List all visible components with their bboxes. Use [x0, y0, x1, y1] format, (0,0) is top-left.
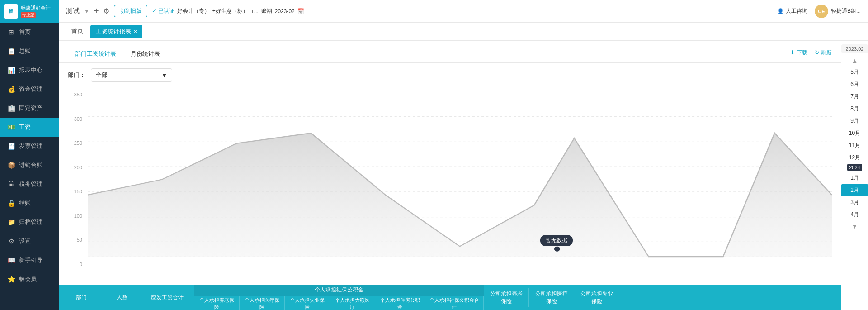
download-btn[interactable]: ⬇ 下载 [790, 49, 807, 57]
table-col-header: 部门 [59, 292, 104, 303]
close-icon: 🔒 [7, 200, 15, 207]
sidebar-item-ledger[interactable]: 📋总账 [0, 42, 59, 61]
switch-old-btn[interactable]: 切到旧版 [114, 5, 147, 17]
date-month-item[interactable]: 1月 [841, 172, 868, 184]
date-month-item[interactable]: 4月 [841, 209, 868, 221]
y-axis-label: 250 [74, 140, 86, 146]
sidebar-label-tax: 税务管理 [19, 180, 42, 188]
sidebar-item-archive[interactable]: 📁归档管理 [0, 213, 59, 232]
date-month-item[interactable]: 7月 [841, 91, 868, 103]
sidebar-label-sales: 进销台账 [19, 161, 42, 169]
table-group-col: 个人承担大额医疗 [330, 296, 375, 310]
svg-point-7 [554, 246, 560, 251]
refresh-btn[interactable]: ↻ 刷新 [815, 49, 832, 57]
table-group-col: 个人承担失业保险 [285, 296, 330, 310]
salary-icon: 💵 [7, 124, 15, 131]
dept-select[interactable]: 全部 ▼ [91, 68, 172, 82]
table-col-header: 应发工资合计 [140, 292, 194, 303]
user-info[interactable]: CE 轻捷通B组... [815, 5, 861, 18]
chart-body: 暂无数据 [88, 92, 832, 267]
table-group-col: 个人承担住房公积金 [375, 296, 425, 310]
chart-area: 350300250200150100500 [59, 87, 841, 285]
date-month-item[interactable]: 8月 [841, 103, 868, 115]
sidebar-item-invoice[interactable]: 🧾发票管理 [0, 137, 59, 156]
tab-close-icon[interactable]: × [134, 29, 137, 35]
tab-home[interactable]: 首页 [66, 24, 89, 40]
tab-salary-report[interactable]: 工资统计报表 × [90, 25, 142, 38]
certified-badge: ✓ 已认证 [152, 7, 174, 15]
sidebar-label-report: 报表中心 [19, 66, 42, 74]
year-badge: 2024 [847, 164, 862, 171]
sidebar-item-guide[interactable]: 📖新手引导 [0, 251, 59, 270]
settings-icon[interactable]: ⚙ [103, 7, 109, 15]
sales-icon: 📦 [7, 162, 15, 169]
download-icon: ⬇ [790, 49, 795, 56]
date-down-btn[interactable]: ▼ [841, 221, 868, 232]
calendar-icon[interactable]: 📅 [297, 8, 304, 14]
header-right: 👤 人工咨询 CE 轻捷通B组... [777, 5, 861, 18]
user-name: 轻捷通B组... [831, 7, 861, 15]
date-month-item[interactable]: 5月 [841, 66, 868, 78]
sidebar-label-fund: 资金管理 [19, 85, 42, 93]
table-header: 部门人数应发工资合计个人承担社保公积金个人承担养老保险个人承担医疗保险个人承担失… [59, 285, 841, 310]
date-month-item[interactable]: 6月 [841, 78, 868, 91]
ledger-icon: 📋 [7, 48, 15, 55]
sidebar-item-tax[interactable]: 🏛税务管理 [0, 175, 59, 194]
sub-tab-dept[interactable]: 部门工资统计表 [68, 46, 123, 62]
sidebar-item-fund[interactable]: 💰资金管理 [0, 80, 59, 99]
period-value: 2023-02 [275, 8, 295, 14]
add-button[interactable]: + [94, 6, 99, 16]
table-group-header: 个人承担社保公积金 [194, 284, 484, 296]
table-col-header: 公司承担医疗保险 [529, 288, 574, 307]
settings-icon: ⚙ [7, 238, 15, 245]
sidebar-item-settings[interactable]: ⚙设置 [0, 232, 59, 251]
sidebar-label-home: 首页 [19, 28, 31, 36]
title-dropdown-icon[interactable]: ▼ [84, 8, 90, 14]
y-axis-label: 100 [74, 213, 86, 219]
company-title: 测试 [66, 7, 80, 15]
good-accounting: 好会计（专） [177, 7, 210, 15]
sidebar-label-settings: 设置 [19, 237, 31, 245]
guide-icon: 📖 [7, 257, 15, 264]
date-month-item[interactable]: 9月 [841, 115, 868, 127]
y-axis: 350300250200150100500 [68, 92, 86, 267]
chart-container: 350300250200150100500 [68, 92, 832, 281]
report-icon: 📊 [7, 67, 15, 74]
sidebar-item-close[interactable]: 🔒结账 [0, 194, 59, 213]
sidebar-item-member[interactable]: ⭐畅会员 [0, 270, 59, 289]
sidebar-label-archive: 归档管理 [19, 218, 42, 226]
sidebar-item-assets[interactable]: 🏢固定资产 [0, 99, 59, 118]
member-icon: ⭐ [7, 276, 15, 283]
avatar: CE [815, 5, 828, 18]
header: 测试 ▼ + ⚙ 切到旧版 ✓ 已认证 好会计（专） +好生意（标） +... … [59, 0, 868, 23]
sidebar-item-sales[interactable]: 📦进销台账 [0, 156, 59, 175]
table-group-col: 个人承担养老保险 [194, 296, 240, 310]
date-sidebar: 2023.02▲5月6月7月8月9月10月11月12月20241月2月3月4月▼ [841, 41, 868, 310]
page-tabs: 首页 工资统计报表 × [59, 23, 868, 41]
date-up-btn[interactable]: ▲ [841, 55, 868, 66]
date-month-item[interactable]: 11月 [841, 139, 868, 152]
year-label: 2023.02 [841, 44, 868, 53]
table-col-header: 公司承担失业保险 [574, 288, 619, 307]
sidebar-item-home[interactable]: ⊞首页 [0, 23, 59, 42]
content-main: 部门工资统计表 月份统计表 ⬇ 下载 ↻ 刷新 部门： 全部 [59, 41, 841, 310]
good-business: +好生意（标） [212, 7, 248, 15]
table-group-col: 个人承担医疗保险 [240, 296, 285, 310]
sidebar-label-assets: 固定资产 [19, 104, 42, 112]
sidebar-logo: 畅 畅康通好会计 专业版 [0, 0, 59, 23]
service-btn[interactable]: 👤 人工咨询 [777, 7, 807, 15]
assets-icon: 🏢 [7, 105, 15, 112]
sidebar-item-report[interactable]: 📊报表中心 [0, 61, 59, 80]
date-month-item[interactable]: 12月 [841, 152, 868, 164]
header-status: ✓ 已认证 好会计（专） +好生意（标） +... 账期 2023-02 📅 [152, 7, 304, 15]
date-month-item[interactable]: 10月 [841, 127, 868, 139]
date-month-item[interactable]: 3月 [841, 196, 868, 209]
tax-icon: 🏛 [7, 181, 15, 188]
y-axis-label: 50 [77, 237, 86, 243]
date-month-item[interactable]: 2月 [841, 184, 868, 196]
invoice-icon: 🧾 [7, 143, 15, 150]
filter-label: 部门： [68, 71, 85, 79]
sub-tab-monthly[interactable]: 月份统计表 [123, 46, 167, 62]
sidebar-item-salary[interactable]: 💵工资 [0, 118, 59, 137]
home-icon: ⊞ [7, 29, 15, 36]
